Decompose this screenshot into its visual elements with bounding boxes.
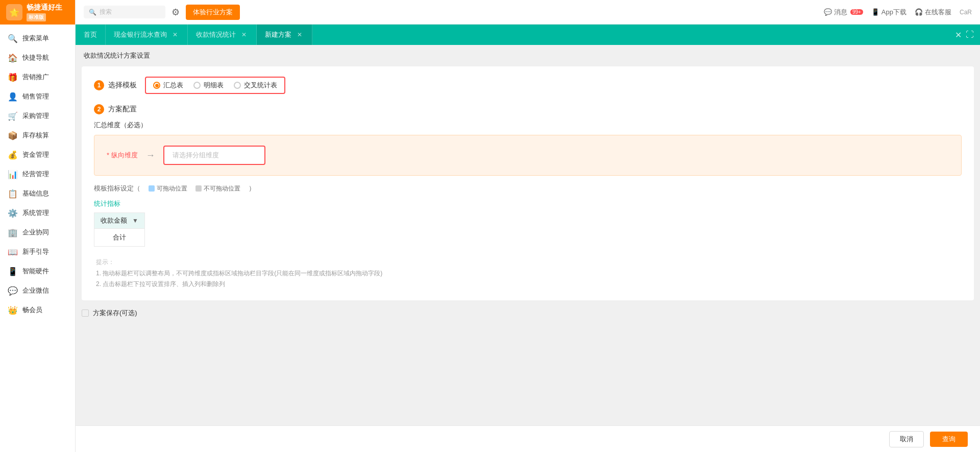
- search-box[interactable]: 🔍 搜索: [84, 6, 165, 18]
- step1-label: 选择模板: [108, 81, 137, 90]
- step2-num: 2: [94, 104, 104, 114]
- service-icon: 🎧: [915, 8, 923, 16]
- sidebar-item-quick-nav[interactable]: 🏠 快捷导航: [0, 48, 75, 67]
- topbar-actions: 💬 消息 99+ 📱 App下载 🎧 在线客服 CaR: [824, 8, 972, 17]
- col-dropdown-arrow[interactable]: ▼: [132, 217, 138, 224]
- sidebar-item-label: 系统管理: [22, 208, 49, 218]
- tab-collection-stat[interactable]: 收款情况统计 ✕: [188, 25, 257, 45]
- enterprise-coop-icon: 🏢: [8, 228, 17, 237]
- notification-action[interactable]: 💬 消息 99+: [824, 8, 863, 17]
- logo-icon: 🌟: [6, 4, 22, 20]
- sidebar-item-beginner-guide[interactable]: 📖 新手引导: [0, 242, 75, 261]
- download-icon: 📱: [871, 8, 879, 16]
- sidebar-logo: 🌟 畅捷通好生 标准版: [0, 0, 75, 25]
- online-service-action[interactable]: 🎧 在线客服: [915, 8, 951, 17]
- radio-summary[interactable]: 汇总表: [153, 81, 183, 90]
- settings-icon[interactable]: ⚙: [169, 5, 182, 20]
- sidebar-item-label: 采购管理: [22, 111, 49, 121]
- tab-new-plan[interactable]: 新建方案 ✕: [257, 25, 312, 45]
- metrics-table: 收款金额 ▼ 合计: [94, 212, 962, 247]
- user-name: CaR: [960, 9, 972, 16]
- sidebar-item-smart-hardware[interactable]: 📱 智能硬件: [0, 261, 75, 281]
- enterprise-wechat-icon: 💬: [8, 286, 17, 295]
- logo-badge: 标准版: [27, 13, 46, 21]
- radio-detail[interactable]: 明细表: [193, 81, 224, 90]
- quick-nav-icon: 🏠: [8, 53, 17, 62]
- radio-detail-circle: [193, 82, 201, 89]
- dimension-title-text: 汇总维度（必选）: [94, 121, 147, 129]
- app-download-action[interactable]: 📱 App下载: [871, 8, 906, 17]
- logo-text: 畅捷通好生: [27, 3, 62, 12]
- tab-bank-flow-close[interactable]: ✕: [171, 31, 179, 39]
- step1-num: 1: [94, 80, 104, 90]
- sidebar-item-basic-info[interactable]: 📋 基础信息: [0, 184, 75, 203]
- tab-home[interactable]: 首页: [76, 25, 106, 45]
- metrics-title-close: ）: [249, 184, 255, 193]
- fixed-label: 不可拖动位置: [204, 184, 240, 193]
- tab-collection-stat-close[interactable]: ✕: [240, 31, 248, 39]
- sidebar-item-label: 搜索菜单: [22, 34, 49, 43]
- notification-label: 消息: [834, 8, 847, 17]
- marketing-icon: 🎁: [8, 73, 17, 82]
- maximize-window-icon[interactable]: ⛶: [966, 30, 974, 39]
- draggable-tag: 可拖动位置: [149, 184, 187, 193]
- purchase-icon: 🛒: [8, 111, 17, 121]
- basic-info-icon: 📋: [8, 189, 17, 198]
- capital-icon: 💰: [8, 150, 17, 159]
- sidebar-item-capital[interactable]: 💰 资金管理: [0, 145, 75, 164]
- sidebar-item-enterprise-coop[interactable]: 🏢 企业协同: [0, 223, 75, 242]
- sidebar-item-label: 企业微信: [22, 286, 49, 295]
- col-header-label: 收款金额: [101, 216, 127, 225]
- arrow-icon: →: [146, 150, 155, 161]
- sidebar-item-label: 营销推广: [22, 73, 49, 82]
- plan-config-card: 1 选择模板 汇总表 明细表 交叉统计表: [82, 66, 974, 300]
- query-button[interactable]: 查询: [930, 432, 968, 447]
- close-window-icon[interactable]: ✕: [955, 30, 962, 40]
- fixed-dot: [195, 185, 202, 192]
- sidebar-item-purchase[interactable]: 🛒 采购管理: [0, 106, 75, 126]
- metrics-section-label: 统计指标: [94, 199, 962, 208]
- sidebar: 🌟 畅捷通好生 标准版 🔍 搜索菜单 🏠 快捷导航 🎁 营销推广 👤 销售管理 …: [0, 0, 76, 452]
- main-area: 🔍 搜索 ⚙ 体验行业方案 💬 消息 99+ 📱 App下载 🎧 在线客服 Ca…: [76, 0, 980, 452]
- sidebar-item-inventory[interactable]: 📦 库存核算: [0, 126, 75, 145]
- sidebar-item-label: 新手引导: [22, 247, 49, 256]
- radio-cross-circle: [234, 82, 241, 89]
- draggable-label: 可拖动位置: [157, 184, 187, 193]
- step2-label: 方案配置: [108, 105, 137, 114]
- page-title: 收款情况统计方案设置: [82, 51, 974, 60]
- radio-cross-label: 交叉统计表: [244, 81, 277, 90]
- save-checkbox[interactable]: [82, 310, 89, 317]
- dimension-select[interactable]: 请选择分组维度: [163, 146, 265, 165]
- sidebar-item-enterprise-wechat[interactable]: 💬 企业微信: [0, 281, 75, 300]
- trial-industry-button[interactable]: 体验行业方案: [186, 5, 240, 20]
- metrics-header: 模板指标设定（ 可拖动位置 不可拖动位置 ）: [94, 184, 962, 193]
- content-area: 收款情况统计方案设置 1 选择模板 汇总表 明细表: [76, 45, 980, 425]
- tab-new-plan-close[interactable]: ✕: [296, 31, 304, 39]
- draggable-dot: [149, 185, 155, 192]
- sidebar-item-label: 经营管理: [22, 170, 49, 179]
- topbar: 🔍 搜索 ⚙ 体验行业方案 💬 消息 99+ 📱 App下载 🎧 在线客服 Ca…: [76, 0, 980, 25]
- sidebar-item-label: 畅会员: [22, 305, 42, 315]
- sidebar-item-label: 企业协同: [22, 228, 49, 237]
- sidebar-item-system[interactable]: ⚙️ 系统管理: [0, 203, 75, 223]
- sidebar-item-vip[interactable]: 👑 畅会员: [0, 300, 75, 320]
- sidebar-item-sales[interactable]: 👤 销售管理: [0, 87, 75, 106]
- radio-summary-circle: [153, 82, 160, 89]
- sidebar-item-label: 快捷导航: [22, 53, 49, 62]
- radio-cross[interactable]: 交叉统计表: [234, 81, 277, 90]
- tab-bank-flow[interactable]: 现金银行流水查询 ✕: [106, 25, 188, 45]
- save-label: 方案保存(可选): [93, 308, 137, 318]
- sidebar-item-marketing[interactable]: 🎁 营销推广: [0, 67, 75, 87]
- notification-badge: 99+: [850, 9, 863, 15]
- cancel-button[interactable]: 取消: [889, 431, 924, 447]
- vertical-dimension-label: * 纵向维度: [107, 151, 138, 160]
- metrics-col-payment: 收款金额 ▼ 合计: [94, 212, 145, 247]
- sidebar-item-search-menu[interactable]: 🔍 搜索菜单: [0, 29, 75, 48]
- metrics-section: 模板指标设定（ 可拖动位置 不可拖动位置 ） 统计指标 收款金额: [94, 184, 962, 247]
- tab-spacer: [312, 25, 949, 45]
- radio-detail-label: 明细表: [204, 81, 224, 90]
- sidebar-item-operations[interactable]: 📊 经营管理: [0, 164, 75, 184]
- sidebar-item-label: 销售管理: [22, 92, 49, 101]
- tab-new-plan-label: 新建方案: [265, 30, 291, 39]
- template-radio-group: 汇总表 明细表 交叉统计表: [145, 77, 285, 94]
